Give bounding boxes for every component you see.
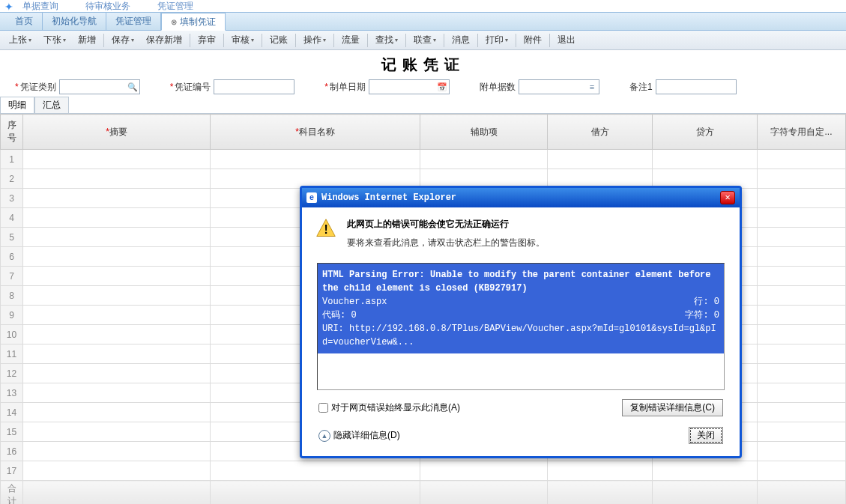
tab-label: 初始化导航: [52, 15, 97, 28]
row-number: 2: [1, 169, 23, 189]
row-number: 3: [1, 189, 23, 208]
filter-label: 备注1: [629, 81, 653, 94]
row-number: 8: [1, 286, 23, 306]
error-uri: URI: http://192.168.0.8/TPlus/BAPView/Vo…: [322, 322, 719, 349]
toolbar-separator: [549, 34, 550, 47]
toolbar-附件[interactable]: 附件: [519, 32, 546, 48]
col-debit: 借方: [548, 115, 653, 150]
row-number: 15: [1, 422, 23, 442]
search-icon[interactable]: 🔍: [127, 82, 138, 92]
toolbar-separator: [367, 34, 368, 47]
toolbar-新增[interactable]: 新增: [73, 32, 100, 48]
toolbar-操作[interactable]: 操作▾: [299, 32, 330, 48]
dialog-close-button[interactable]: ✕: [720, 191, 735, 204]
toolbar-联查[interactable]: 联查▾: [409, 32, 441, 48]
toolbar-弃审[interactable]: 弃审: [193, 32, 220, 48]
app-icon: ✦: [4, 1, 13, 13]
checkbox-input[interactable]: [318, 403, 328, 413]
tab-home[interactable]: 首页: [6, 13, 43, 30]
calendar-icon[interactable]: 📅: [437, 82, 447, 92]
row-number: 12: [1, 364, 23, 383]
filter-label: 凭证编号: [175, 81, 211, 94]
tab-label: 填制凭证: [180, 16, 216, 28]
chevron-up-icon: ▲: [318, 430, 330, 442]
row-number: 5: [1, 228, 23, 247]
checkbox-label: 对于网页错误始终显示此消息(A): [331, 401, 460, 414]
col-subject: *科目名称: [211, 115, 420, 150]
close-icon[interactable]: ⊗: [171, 18, 177, 26]
subtab-bar: 明细 汇总: [0, 97, 846, 114]
error-main: HTML Parsing Error: Unable to modify the…: [322, 268, 719, 295]
filter-label: 附单据数: [480, 81, 516, 94]
dialog-title: Windows Internet Explorer: [321, 192, 456, 203]
stepper-icon[interactable]: ≡: [587, 82, 597, 92]
row-number: 7: [1, 267, 23, 286]
toolbar-上张[interactable]: 上张▾: [4, 32, 36, 48]
col-credit: 贷方: [653, 115, 758, 150]
toolbar-separator: [262, 34, 262, 47]
row-number: 13: [1, 383, 23, 403]
toolbar-查找[interactable]: 查找▾: [371, 32, 402, 48]
voucher-no-input[interactable]: [214, 79, 294, 94]
col-summary: *摘要: [23, 115, 211, 150]
dialog-message-main: 此网页上的错误可能会使它无法正确运行: [347, 218, 545, 231]
toolbar-审核[interactable]: 审核▾: [227, 32, 259, 48]
hide-details-button[interactable]: ▲ 隐藏详细信息(D): [318, 429, 400, 442]
toolbar: 上张▾下张▾新增保存▾保存新增弃审审核▾记账操作▾流量查找▾联查▾消息打印▾附件…: [0, 31, 846, 50]
toolbar-流量[interactable]: 流量: [337, 32, 364, 48]
toolbar-separator: [405, 34, 406, 47]
toolbar-separator: [223, 34, 224, 47]
row-number: 6: [1, 247, 23, 267]
filter-label: 制单日期: [330, 81, 366, 94]
dialog-titlebar[interactable]: e Windows Internet Explorer ✕: [302, 188, 740, 207]
toolbar-separator: [333, 34, 334, 47]
toolbar-下张[interactable]: 下张▾: [39, 32, 70, 48]
top-menu: ✦ 单据查询 待审核业务 凭证管理: [0, 0, 846, 12]
toolbar-separator: [477, 34, 478, 47]
top-menu-item[interactable]: 待审核业务: [85, 0, 130, 13]
row-number: 10: [1, 325, 23, 344]
total-row: 合计: [1, 481, 846, 505]
tab-voucher-mgmt[interactable]: 凭证管理: [106, 13, 161, 30]
error-detail-box[interactable]: HTML Parsing Error: Unable to modify the…: [317, 263, 725, 390]
toolbar-打印[interactable]: 打印▾: [481, 32, 513, 48]
hide-details-label: 隐藏详细信息(D): [333, 429, 400, 442]
row-number: 17: [1, 461, 23, 481]
toolbar-separator: [190, 34, 190, 47]
page-title: 记账凭证: [0, 50, 846, 76]
warning-icon: !: [315, 218, 336, 239]
table-row[interactable]: 1: [1, 150, 846, 169]
row-number: 16: [1, 442, 23, 461]
copy-error-button[interactable]: 复制错误详细信息(C): [622, 399, 723, 416]
filter-label: 凭证类别: [20, 81, 56, 94]
error-file: Voucher.aspx: [322, 295, 387, 309]
always-show-checkbox[interactable]: 对于网页错误始终显示此消息(A): [318, 401, 460, 414]
tab-init-nav[interactable]: 初始化导航: [43, 13, 106, 30]
table-row[interactable]: 17: [1, 461, 846, 481]
top-menu-item[interactable]: 单据查询: [22, 0, 58, 13]
top-menu-item[interactable]: 凭证管理: [157, 0, 193, 13]
close-button[interactable]: 关闭: [689, 427, 723, 444]
ie-icon: e: [306, 192, 317, 203]
toolbar-保存新增[interactable]: 保存新增: [142, 32, 187, 48]
toolbar-消息[interactable]: 消息: [447, 32, 474, 48]
toolbar-记账[interactable]: 记账: [265, 32, 292, 48]
toolbar-separator: [103, 34, 104, 47]
tab-bar: 首页 初始化导航 凭证管理 ⊗ 填制凭证: [0, 12, 846, 31]
toolbar-separator: [295, 34, 296, 47]
tab-voucher-fill[interactable]: ⊗ 填制凭证: [161, 13, 226, 31]
row-number: 1: [1, 150, 23, 169]
toolbar-保存[interactable]: 保存▾: [107, 32, 139, 48]
subtab-detail[interactable]: 明细: [0, 97, 34, 113]
col-rownum: 序号: [1, 115, 23, 150]
remark1-input[interactable]: [656, 79, 737, 94]
row-number: 4: [1, 208, 23, 228]
toolbar-separator: [444, 34, 444, 47]
toolbar-退出[interactable]: 退出: [553, 32, 580, 48]
svg-text:!: !: [324, 223, 327, 236]
filter-bar: *凭证类别 🔍 *凭证编号 *制单日期 📅 附单据数 ≡ 备注1: [0, 76, 846, 97]
tab-label: 凭证管理: [115, 15, 151, 28]
col-aux: 辅助项: [420, 115, 548, 150]
row-number: 9: [1, 306, 23, 325]
subtab-summary[interactable]: 汇总: [34, 97, 69, 113]
